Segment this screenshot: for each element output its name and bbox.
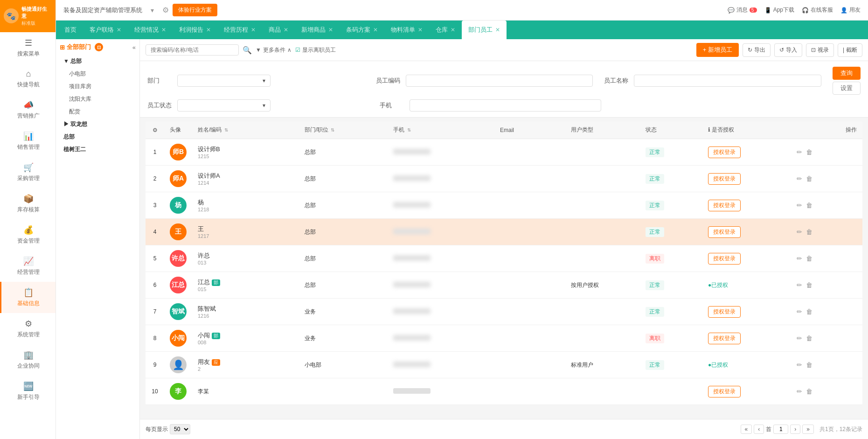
phone-sort-icon[interactable]: ⇅ [407,127,411,132]
settings-gear-btn[interactable]: ⚙ [162,6,169,14]
sidebar-item-search[interactable]: ☰ 搜索菜单 [0,32,56,63]
delete-btn-row-8[interactable]: 🗑 [806,361,812,369]
edit-btn-row-5[interactable]: ✏ [797,281,802,289]
status-select[interactable]: ▾ [177,99,271,111]
delete-btn-row-6[interactable]: 🗑 [806,308,812,315]
auth-btn-row-1[interactable]: 授权登录 [708,173,741,185]
first-page-btn[interactable]: « [741,425,752,434]
dept-select[interactable]: ▾ [177,75,271,87]
auth-btn-row-0[interactable]: 授权登录 [708,146,741,158]
search-button[interactable]: 🔍 [243,46,252,55]
sidebar-item-purchase[interactable]: 🛒 采购管理 [0,157,56,188]
tab-add-product[interactable]: 新增商品 ✕ [295,21,340,39]
tab-customer-close[interactable]: ✕ [117,27,121,33]
col-header-name[interactable]: 姓名/编码 ⇅ [192,121,299,139]
tree-item-shuanglong[interactable]: ▶ 双龙想 [60,118,136,131]
tree-item-xiaodian[interactable]: 小电部 [60,68,136,80]
search-input[interactable] [146,44,239,56]
tab-history-close[interactable]: ✕ [251,27,256,33]
reset-btn[interactable]: 设置 [833,82,861,95]
sidebar-item-sales[interactable]: 📊 销售管理 [0,125,56,157]
delete-btn-row-7[interactable]: 🗑 [806,334,812,342]
auth-btn-row-2[interactable]: 授权登录 [708,200,741,211]
empcode-input[interactable] [406,75,593,87]
tab-employee[interactable]: 部门员工 ✕ [462,21,507,39]
tab-product[interactable]: 商品 ✕ [262,21,295,39]
tab-operation[interactable]: 经营情况 ✕ [128,21,173,39]
last-page-btn[interactable]: » [802,425,814,434]
show-resign-toggle[interactable]: ☑ 显示离职员工 [295,46,336,54]
tree-item-project[interactable]: 项目库房 [60,80,136,93]
next-page-btn[interactable]: › [790,425,800,434]
sidebar-item-enterprise[interactable]: 🏢 企业协同 [0,344,56,376]
delete-btn-row-3[interactable]: 🗑 [806,228,812,236]
name-sort-icon[interactable]: ⇅ [224,127,228,132]
query-btn[interactable]: 查询 [833,67,861,80]
tab-warehouse-close[interactable]: ✕ [451,27,455,33]
delete-btn-row-5[interactable]: 🗑 [806,281,812,289]
tab-barcode-close[interactable]: ✕ [373,27,378,33]
edit-btn-row-8[interactable]: ✏ [797,361,802,369]
dept-sort-icon[interactable]: ⇅ [331,127,334,132]
per-page-select[interactable]: 50 [170,424,190,434]
auth-btn-row-4[interactable]: 授权登录 [708,253,741,265]
tree-item-zongbu-root[interactable]: ▼ 总部 [60,55,136,68]
sidebar-item-operation[interactable]: 📈 经营管理 [0,251,56,282]
tab-product-close[interactable]: ✕ [284,27,288,33]
tree-item-peihuo[interactable]: 配货 [60,105,136,118]
collapse-tree-btn[interactable]: « [132,44,136,51]
tab-customer[interactable]: 客户联络 ✕ [83,21,128,39]
tree-item-shenyang[interactable]: 沈阳大库 [60,93,136,105]
import-btn[interactable]: ↺ 导入 [774,43,802,57]
col-header-settings[interactable]: ⚙ [146,121,164,139]
sidebar-item-finance[interactable]: 💰 资金管理 [0,219,56,251]
auth-btn-row-3[interactable]: 授权登录 [708,226,741,238]
col-header-dept[interactable]: 部门/职位 ⇅ [299,121,388,139]
edit-btn-row-4[interactable]: ✏ [797,255,802,262]
edit-btn-row-2[interactable]: ✏ [797,202,802,209]
tab-operation-close[interactable]: ✕ [161,27,166,33]
sidebar-item-marketing[interactable]: 📣 营销推广 [0,94,56,125]
auth-btn-row-9[interactable]: 授权登录 [708,386,741,397]
tab-employee-close[interactable]: ✕ [495,27,500,33]
tab-bom[interactable]: 物料清单 ✕ [384,21,429,39]
tab-history[interactable]: 经营历程 ✕ [217,21,262,39]
more-filter-btn[interactable]: ▼ 更多条件 ∧ [256,46,292,54]
tab-barcode[interactable]: 条码方案 ✕ [340,21,384,39]
edit-btn-row-9[interactable]: ✏ [797,388,802,395]
sidebar-item-guide[interactable]: 🆕 新手引导 [0,376,56,407]
sidebar-item-system[interactable]: ⚙ 系统管理 [0,313,56,344]
tab-home[interactable]: 首页 [58,21,83,39]
edit-btn-row-0[interactable]: ✏ [797,148,802,156]
more-btn[interactable]: | 截断 [838,43,862,57]
message-btn[interactable]: 💬 消息 5 [728,6,757,14]
phone-input[interactable] [410,99,601,111]
delete-btn-row-2[interactable]: 🗑 [806,202,812,209]
add-employee-btn[interactable]: + 新增员工 [696,43,739,57]
dropdown-btn[interactable]: ▾ [146,4,159,16]
online-service-btn[interactable]: 🎧 在线客服 [802,6,833,14]
auth-btn-row-6[interactable]: 授权登录 [708,306,741,318]
tab-warehouse[interactable]: 仓库 ✕ [429,21,462,39]
delete-btn-row-1[interactable]: 🗑 [806,175,812,182]
page-number-input[interactable] [773,425,788,434]
edit-btn-row-3[interactable]: ✏ [797,228,802,236]
user-btn[interactable]: 👤 用友 [840,6,861,14]
edit-btn-row-7[interactable]: ✏ [797,334,802,342]
tab-bom-close[interactable]: ✕ [418,27,423,33]
edit-btn-row-6[interactable]: ✏ [797,308,802,315]
view-btn[interactable]: ⊡ 视录 [806,43,834,57]
tree-item-zongbu[interactable]: 总部 [60,131,136,143]
empname-input[interactable] [634,75,821,87]
tab-add-product-close[interactable]: ✕ [328,27,333,33]
edit-btn-row-1[interactable]: ✏ [797,175,802,182]
delete-btn-row-4[interactable]: 🗑 [806,255,812,262]
tree-item-zhizhi[interactable]: 植树王二 [60,143,136,156]
prev-page-btn[interactable]: ‹ [754,425,764,434]
trial-btn[interactable]: 体验行业方案 [173,4,217,16]
export-btn[interactable]: ↻ 导出 [743,43,771,57]
tab-profit-close[interactable]: ✕ [206,27,211,33]
sidebar-item-inventory[interactable]: 📦 库存核算 [0,188,56,219]
tab-profit[interactable]: 利润报告 ✕ [173,21,217,39]
sidebar-item-basic[interactable]: 📋 基础信息 [0,282,56,313]
